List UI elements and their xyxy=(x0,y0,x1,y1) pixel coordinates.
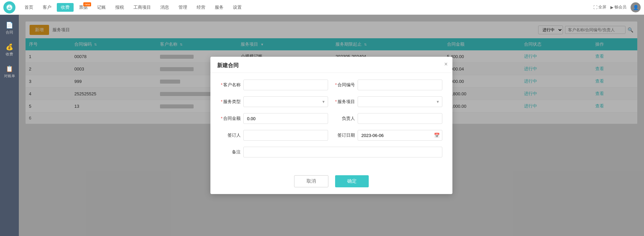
statement-icon: 📋 xyxy=(6,65,13,73)
service-type-select[interactable] xyxy=(243,96,328,107)
cancel-button[interactable]: 取消 xyxy=(294,175,328,187)
nav-item-industry[interactable]: 工商项目 xyxy=(129,3,155,12)
nav-item-home[interactable]: 首页 xyxy=(21,3,37,12)
required-star: * xyxy=(221,82,223,87)
form-row-5: 备注 xyxy=(220,147,442,157)
top-navigation: 首页 客户 收费 票据 new 记账 报税 工商项目 消息 管理 经营 服务 设… xyxy=(0,0,644,15)
form-row-4: 签订人 签订日期 📅 xyxy=(220,130,442,141)
signer-label: 签订人 xyxy=(220,132,241,138)
vip-button[interactable]: ▶ 畅会员 xyxy=(610,4,627,10)
nav-item-operation[interactable]: 经营 xyxy=(193,3,209,12)
nav-item-client[interactable]: 客户 xyxy=(39,3,55,12)
nav-item-tax[interactable]: 报税 xyxy=(111,3,128,12)
contract-icon: 📄 xyxy=(6,21,13,29)
form-group-note: 备注 xyxy=(220,147,442,157)
app-logo[interactable] xyxy=(3,1,15,13)
form-group-signer: 签订人 xyxy=(220,130,328,141)
form-group-responsible: 负责人 xyxy=(335,113,442,124)
required-star-3: * xyxy=(221,99,223,104)
confirm-button[interactable]: 确定 xyxy=(335,175,369,187)
customer-name-label: *客户名称 xyxy=(220,82,241,88)
nav-items-container: 首页 客户 收费 票据 new 记账 报税 工商项目 消息 管理 经营 服务 设… xyxy=(21,3,593,12)
nav-item-message[interactable]: 消息 xyxy=(156,3,173,12)
new-badge: new xyxy=(83,2,91,6)
modal-title: 新建合同 xyxy=(217,62,239,68)
contract-amount-label: *合同金额 xyxy=(220,115,241,122)
form-row-2: *服务类型 ▼ *服务项目 xyxy=(220,96,442,107)
sidebar-item-statement[interactable]: 📋 对账单 xyxy=(0,62,19,82)
form-row-1: *客户名称 *合同编号 xyxy=(220,80,442,90)
nav-item-manage[interactable]: 管理 xyxy=(174,3,191,12)
contract-no-input[interactable] xyxy=(358,80,442,90)
service-item-select-wrap: ▼ xyxy=(358,96,442,107)
fullscreen-icon: ⛶ xyxy=(593,5,597,10)
fullscreen-button[interactable]: ⛶ 全屏 xyxy=(593,4,606,10)
sign-date-label: 签订日期 xyxy=(335,132,355,138)
responsible-input[interactable] xyxy=(358,113,442,124)
form-group-customer: *客户名称 xyxy=(220,80,328,90)
top-nav-right: ⛶ 全屏 ▶ 畅会员 👤 xyxy=(593,2,641,12)
sign-date-input-wrap: 📅 xyxy=(358,130,442,141)
new-contract-modal: 新建合同 × *客户名称 *合同编号 xyxy=(210,57,452,194)
form-group-service-type: *服务类型 ▼ xyxy=(220,96,328,107)
required-star-2: * xyxy=(335,82,337,87)
service-type-label: *服务类型 xyxy=(220,99,241,105)
modal-footer: 取消 确定 xyxy=(210,170,452,194)
nav-item-fee[interactable]: 收费 xyxy=(57,3,74,12)
service-item-select[interactable] xyxy=(358,96,442,107)
fee-icon: 💰 xyxy=(6,43,13,51)
responsible-label: 负责人 xyxy=(335,115,355,122)
form-group-service-item: *服务项目 ▼ xyxy=(335,96,442,107)
nav-item-invoice[interactable]: 票据 new xyxy=(75,3,92,12)
nav-item-service[interactable]: 服务 xyxy=(211,3,228,12)
note-input[interactable] xyxy=(243,147,442,157)
nav-item-bookkeeping[interactable]: 记账 xyxy=(93,3,110,12)
sidebar-item-fee[interactable]: 💰 收费 xyxy=(0,40,19,60)
modal-close-button[interactable]: × xyxy=(444,61,448,68)
form-group-amount: *合同金额 xyxy=(220,113,328,124)
vip-icon: ▶ xyxy=(610,5,613,10)
customer-name-input[interactable] xyxy=(243,80,328,90)
signer-input[interactable] xyxy=(243,130,328,141)
form-group-sign-date: 签订日期 📅 xyxy=(335,130,442,141)
service-item-label: *服务项目 xyxy=(335,99,355,105)
note-label: 备注 xyxy=(220,149,241,155)
required-star-5: * xyxy=(221,116,223,121)
content-area: 新增 服务项目 进行中 🔍 序号 合同编码 ⇅ 客户名称 ⇅ xyxy=(19,15,644,236)
modal-header: 新建合同 × xyxy=(210,57,452,73)
form-group-contract-no: *合同编号 xyxy=(335,80,442,90)
main-layout: 📄 合同 💰 收费 📋 对账单 新增 服务项目 进行中 🔍 xyxy=(0,15,644,236)
required-star-4: * xyxy=(335,99,337,104)
contract-amount-input[interactable] xyxy=(243,113,328,124)
contract-no-label: *合同编号 xyxy=(335,82,355,88)
sidebar: 📄 合同 💰 收费 📋 对账单 xyxy=(0,15,19,236)
service-type-select-wrap: ▼ xyxy=(243,96,328,107)
nav-item-settings[interactable]: 设置 xyxy=(229,3,246,12)
sign-date-input[interactable] xyxy=(358,130,442,141)
form-row-3: *合同金额 负责人 xyxy=(220,113,442,124)
avatar[interactable]: 👤 xyxy=(631,2,641,12)
modal-body: *客户名称 *合同编号 xyxy=(210,73,452,170)
sidebar-item-contract[interactable]: 📄 合同 xyxy=(0,18,19,38)
modal-overlay: 新建合同 × *客户名称 *合同编号 xyxy=(19,15,644,236)
